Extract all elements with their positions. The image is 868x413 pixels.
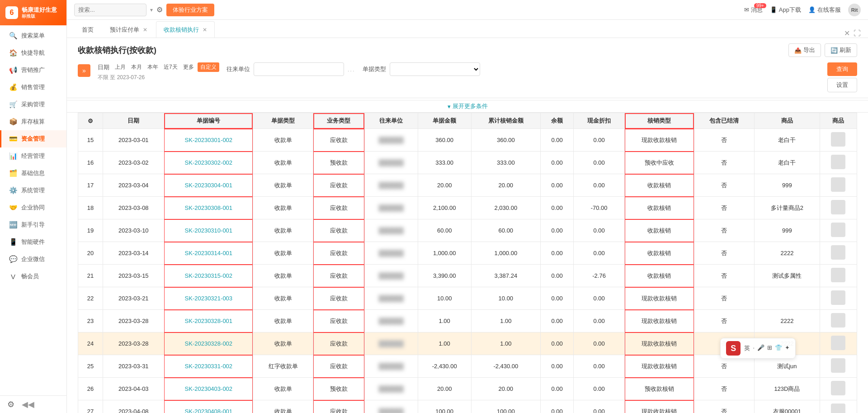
voucher-no-link[interactable]: SK-20230408-001 <box>185 408 233 413</box>
tab-maximize-icon[interactable]: ⛶ <box>854 29 861 38</box>
table-row[interactable]: 19 2023-03-10 SK-20230310-001 收款单 应收款 ██… <box>78 219 857 242</box>
export-button[interactable]: 📤 导出 <box>788 43 821 57</box>
tab-home[interactable]: 首页 <box>74 21 101 38</box>
filter-voucher-type-select[interactable] <box>390 62 480 76</box>
query-button[interactable]: 查询 <box>827 62 857 76</box>
table-row[interactable]: 22 2023-03-21 SK-20230321-003 收款单 应收款 ██… <box>78 287 857 310</box>
refresh-icon: 🔄 <box>830 47 838 54</box>
filter-expand-button[interactable]: ▾ 展开更多条件 <box>67 100 868 112</box>
filter-toggle-button[interactable]: » <box>78 64 90 77</box>
filter-partner-input[interactable] <box>254 62 344 76</box>
sidebar-item-finance[interactable]: 💳 资金管理 <box>0 130 66 147</box>
cell-voucher-type: 收款单 <box>253 174 313 197</box>
solution-button[interactable]: 体验行业方案 <box>166 4 214 16</box>
app-download-button[interactable]: 📱 App下载 <box>770 6 801 14</box>
cell-balance: 0.00 <box>541 265 574 287</box>
table-row[interactable]: 20 2023-03-14 SK-20230314-001 收款单 应收款 ██… <box>78 242 857 265</box>
cell-include-settled: 否 <box>694 219 754 242</box>
cell-cumulative: 360.00 <box>471 129 541 152</box>
table-row[interactable]: 17 2023-03-04 SK-20230304-001 收款单 应收款 ██… <box>78 174 857 197</box>
cell-balance: 0.00 <box>541 287 574 310</box>
cell-cash-discount: 0.00 <box>574 287 625 310</box>
settings-gear-icon[interactable]: ⚙ <box>7 399 14 409</box>
table-row[interactable]: 21 2023-03-15 SK-20230315-002 收款单 应收款 ██… <box>78 265 857 287</box>
table-row[interactable]: 26 2023-04-03 SK-20230403-002 收款单 预收款 ██… <box>78 378 857 400</box>
filter-date-this-year[interactable]: 本年 <box>146 62 160 72</box>
sidebar-item-wechat[interactable]: 💬 企业微信 <box>0 251 66 268</box>
logo-sub-text: 标推版 <box>22 14 57 19</box>
voucher-no-link[interactable]: SK-20230315-002 <box>185 272 233 279</box>
sidebar-item-marketing[interactable]: 📢 营销推广 <box>0 62 66 79</box>
table-container[interactable]: ⚙ 日期 单据编号 单据类型 业务类型 往来单位 单据金额 累计核销金额 余额 … <box>67 113 868 413</box>
voucher-no-link[interactable]: SK-20230304-001 <box>185 182 233 189</box>
voucher-no-link[interactable]: SK-20230328-001 <box>185 318 233 324</box>
cell-voucher-type: 收款单 <box>253 287 313 310</box>
col-header-product: 商品 <box>755 113 820 129</box>
sidebar-item-search[interactable]: 🔍 搜索菜单 <box>0 27 66 44</box>
cell-voucher-no: SK-20230408-001 <box>164 400 253 413</box>
cell-amount: 20.00 <box>418 174 471 197</box>
voucher-no-link[interactable]: SK-20230308-001 <box>185 204 233 211</box>
sidebar-item-label-hardware: 智能硬件 <box>21 238 45 246</box>
cell-cumulative: 60.00 <box>471 219 541 242</box>
cell-product: 999 <box>755 174 820 197</box>
filter-date-last-month[interactable]: 上月 <box>113 62 127 72</box>
refresh-button[interactable]: 🔄 刷新 <box>825 43 857 57</box>
sidebar-item-operation[interactable]: 📊 经营管理 <box>0 147 66 165</box>
filter-date-more[interactable]: 更多 <box>181 62 196 72</box>
cell-balance: 0.00 <box>541 332 574 355</box>
cell-balance: 0.00 <box>541 152 574 174</box>
sidebar-item-quicknav[interactable]: 🏠 快捷导航 <box>0 44 66 62</box>
collapse-icon[interactable]: ◀◀ <box>22 399 34 409</box>
filter-date-7days[interactable]: 近7天 <box>162 62 179 72</box>
voucher-no-link[interactable]: SK-20230302-002 <box>185 159 233 166</box>
tab-collection[interactable]: 收款核销执行 ✕ <box>156 21 215 38</box>
avatar[interactable]: Rit <box>848 4 861 16</box>
sidebar-item-purchase[interactable]: 🛒 采购管理 <box>0 96 66 113</box>
col-header-voucher-type: 单据类型 <box>253 113 313 129</box>
voucher-no-link[interactable]: SK-20230328-002 <box>185 340 233 347</box>
sidebar-item-sales[interactable]: 💰 销售管理 <box>0 79 66 96</box>
table-row[interactable]: 23 2023-03-28 SK-20230328-001 收款单 应收款 ██… <box>78 310 857 332</box>
tab-collection-close-icon[interactable]: ✕ <box>203 27 207 33</box>
cell-amount: 100.00 <box>418 400 471 413</box>
sidebar-item-collab[interactable]: 🤝 企业协同 <box>0 199 66 216</box>
topbar-gear-icon[interactable]: ⚙ <box>156 5 163 14</box>
sidebar-item-member[interactable]: V 畅会员 <box>0 268 66 285</box>
voucher-no-link[interactable]: SK-20230403-002 <box>185 385 233 392</box>
voucher-no-link[interactable]: SK-20230301-002 <box>185 137 233 143</box>
voucher-no-link[interactable]: SK-20230331-002 <box>185 363 233 370</box>
col-header-cash-discount: 现金折扣 <box>574 113 625 129</box>
tab-payable[interactable]: 预计应付单 ✕ <box>102 21 155 38</box>
sidebar-item-hardware[interactable]: 📱 智能硬件 <box>0 233 66 251</box>
voucher-no-link[interactable]: SK-20230321-003 <box>185 295 233 302</box>
filter-date-custom[interactable]: 自定义 <box>198 62 219 72</box>
settings-button[interactable]: 设置 <box>827 78 857 92</box>
sidebar-item-inventory[interactable]: 📦 库存核算 <box>0 113 66 130</box>
message-button[interactable]: ✉ 消息 99+ <box>744 6 763 14</box>
tab-close-all-icon[interactable]: ✕ <box>844 29 850 38</box>
table-row[interactable]: 27 2023-04-08 SK-20230408-001 收款单 应收款 ██… <box>78 400 857 413</box>
topbar-search-input[interactable] <box>74 4 146 16</box>
tab-payable-close-icon[interactable]: ✕ <box>143 27 147 33</box>
sidebar-item-guide[interactable]: 🆕 新手引导 <box>0 216 66 233</box>
sidebar-item-system[interactable]: ⚙️ 系统管理 <box>0 182 66 199</box>
table-row[interactable]: 18 2023-03-08 SK-20230308-001 收款单 应收款 ██… <box>78 197 857 219</box>
watermark-icons: 英 · 🎤 ⊞ 👕 ✦ <box>744 344 790 352</box>
sidebar: 6 畅康道好生意 标推版 🔍 搜索菜单 🏠 快捷导航 📢 营销推广 💰 销售管理… <box>0 0 67 413</box>
cell-amount: 1.00 <box>418 310 471 332</box>
voucher-no-link[interactable]: SK-20230310-001 <box>185 227 233 234</box>
sidebar-menu: 🔍 搜索菜单 🏠 快捷导航 📢 营销推广 💰 销售管理 🛒 采购管理 📦 库存核… <box>0 25 66 395</box>
filter-date-this-month[interactable]: 本月 <box>129 62 144 72</box>
cell-date: 2023-04-03 <box>103 378 165 400</box>
topbar: ▾ ⚙ 体验行业方案 ✉ 消息 99+ 📱 App下载 👤 在线客服 Rit <box>67 0 868 20</box>
voucher-no-link[interactable]: SK-20230314-001 <box>185 250 233 256</box>
col-header-gear[interactable]: ⚙ <box>78 113 103 129</box>
sidebar-item-label-collab: 企业协同 <box>21 204 45 212</box>
filter-date-buttons: 上月 本月 本年 近7天 更多 自定义 <box>113 62 219 72</box>
table-row[interactable]: 15 2023-03-01 SK-20230301-002 收款单 应收款 ██… <box>78 129 857 152</box>
online-service-button[interactable]: 👤 在线客服 <box>808 6 841 14</box>
sidebar-logo-text: 畅康道好生意 标推版 <box>22 6 57 19</box>
sidebar-item-basic[interactable]: 🗂️ 基础信息 <box>0 165 66 182</box>
table-row[interactable]: 16 2023-03-02 SK-20230302-002 收款单 预收款 ██… <box>78 152 857 174</box>
